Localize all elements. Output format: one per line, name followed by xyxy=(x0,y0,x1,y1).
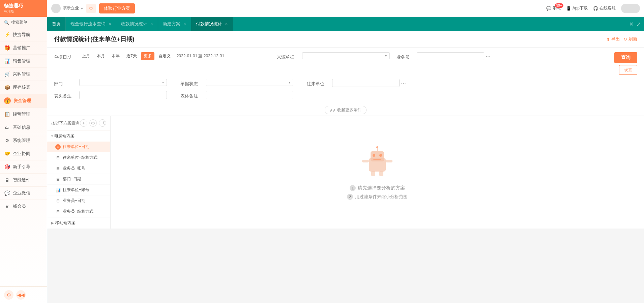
empty-hint-2: 2 用过滤条件来缩小分析范围 xyxy=(347,194,408,200)
scheme-collapse-btn[interactable]: 《 xyxy=(99,119,106,127)
refresh-btn[interactable]: ↻ 刷新 xyxy=(623,36,637,42)
sidebar-item-guide[interactable]: 🎯 新手引导 xyxy=(0,160,47,174)
below-filter: 按以下方案查询 + ⚙ 《 ▾ 电脑端方案 ● 往来单位+日期 ⊞ xyxy=(47,116,644,229)
scheme-panel: 按以下方案查询 + ⚙ 《 ▾ 电脑端方案 ● 往来单位+日期 ⊞ xyxy=(47,116,111,229)
sidebar-item-operation[interactable]: 📋 经营管理 xyxy=(0,108,47,121)
page-title: 付款情况统计(往来单位+日期) xyxy=(54,35,135,43)
collapse-sidebar-btn[interactable]: ◀◀ xyxy=(16,290,26,300)
add-scheme-btn[interactable]: + xyxy=(80,119,87,127)
scheme-counterpart-settlement[interactable]: ⊞ 往来单位+结算方式 xyxy=(47,152,110,163)
tab-receipt[interactable]: 收款情况统计 ✕ xyxy=(116,17,158,31)
header-remark-input[interactable] xyxy=(79,91,167,99)
desktop-section[interactable]: ▾ 电脑端方案 xyxy=(47,130,110,142)
date-this-year[interactable]: 本年 xyxy=(109,52,122,60)
scheme-salesperson-account[interactable]: ⊞ 业务员+账号 xyxy=(47,163,110,174)
active-scheme-icon: ● xyxy=(55,144,61,150)
sidebar-item-vip[interactable]: ∨ 畅会员 xyxy=(0,200,47,213)
scheme-counterpart-account[interactable]: 📊 往来单位+账号 xyxy=(47,185,110,195)
sidebar-item-purchase[interactable]: 🛒 采购管理 xyxy=(0,68,47,81)
company-dropdown-arrow[interactable]: ▾ xyxy=(81,6,83,11)
sidebar-item-sales[interactable]: 📊 销售管理 xyxy=(0,55,47,68)
topbar-gear-btn[interactable]: ⚙ xyxy=(86,4,96,13)
svg-rect-1 xyxy=(371,151,384,161)
sidebar-item-capital[interactable]: 💰 资金管理 xyxy=(0,94,47,108)
app-name: 畅捷通巧 xyxy=(4,3,23,9)
query-btn[interactable]: 查询 xyxy=(614,52,637,63)
search-menu-label: 搜索菜单 xyxy=(11,20,27,25)
tab-bank-label: 现金银行流水查询 xyxy=(70,21,106,27)
sidebar-item-label: 经营管理 xyxy=(13,111,30,117)
close-tab-btn[interactable]: ✕ xyxy=(629,21,634,27)
settings-bottom-btn[interactable]: ⚙ xyxy=(4,290,13,300)
scheme-settings-btn[interactable]: ⚙ xyxy=(89,119,97,127)
settings-btn[interactable]: 设置 xyxy=(619,65,637,75)
sidebar-item-hardware[interactable]: 🖥 智能硬件 xyxy=(0,174,47,187)
source-label: 来源单据 xyxy=(277,52,295,60)
sidebar-item-basic[interactable]: 🗂 基础信息 xyxy=(0,121,47,134)
tab-bank-close[interactable]: ✕ xyxy=(108,22,111,26)
export-btn[interactable]: ⬆ 导出 xyxy=(606,36,620,42)
content-area: 1 请先选择要分析的方案 2 用过滤条件来缩小分析范围 xyxy=(111,116,644,229)
tab-payment[interactable]: 付款情况统计 ✕ xyxy=(191,17,233,31)
sidebar-item-quick-nav[interactable]: ⚡ 快捷导航 xyxy=(0,28,47,41)
salesperson-dots[interactable]: ··· xyxy=(486,53,491,60)
date-last-7days[interactable]: 近7天 xyxy=(124,52,140,60)
date-this-month[interactable]: 本月 xyxy=(94,52,108,60)
sales-icon: 📊 xyxy=(4,58,10,64)
counterpart-dots[interactable]: ··· xyxy=(401,80,406,87)
sidebar-item-wechat[interactable]: 💬 企业微信 xyxy=(0,187,47,200)
user-avatar-right[interactable] xyxy=(621,4,640,13)
source-select[interactable]: ▾ xyxy=(302,52,390,59)
sidebar-item-label: 新手引导 xyxy=(13,164,30,170)
scheme-label: 往来单位+账号 xyxy=(63,187,89,193)
sidebar-item-label: 畅会员 xyxy=(13,203,26,209)
tab-payment-close[interactable]: ✕ xyxy=(225,22,228,26)
sidebar-item-label: 智能硬件 xyxy=(13,177,30,183)
service-label: 在线客服 xyxy=(599,5,616,11)
basic-icon: 🗂 xyxy=(4,124,10,130)
search-menu[interactable]: 🔍 搜索菜单 xyxy=(0,17,47,28)
scheme-grid-icon: ⊞ xyxy=(55,198,61,204)
date-custom[interactable]: 自定义 xyxy=(156,52,173,60)
tab-bank[interactable]: 现金银行流水查询 ✕ xyxy=(66,17,116,31)
tab-receipt-close[interactable]: ✕ xyxy=(150,22,153,26)
trial-btn[interactable]: 体验行业方案 xyxy=(99,3,135,13)
messages-btn[interactable]: 💬 消息 99+ xyxy=(546,5,561,11)
tab-receipt-label: 收款情况统计 xyxy=(121,21,147,27)
sidebar-item-inventory[interactable]: 📦 库存核算 xyxy=(0,81,47,94)
scheme-salesperson-settlement[interactable]: ⊞ 业务员+结算方式 xyxy=(47,206,110,217)
search-icon: 🔍 xyxy=(4,20,9,25)
service-btn[interactable]: 🎧 在线客服 xyxy=(593,5,616,11)
tab-home-label: 首页 xyxy=(52,21,61,27)
mobile-section[interactable]: ▶ 移动端方案 xyxy=(47,217,110,229)
scheme-dept-date[interactable]: ⊞ 部门+日期 xyxy=(47,174,110,185)
sidebar-item-system[interactable]: ⚙ 系统管理 xyxy=(0,134,47,147)
tab-new-scheme[interactable]: 新建方案 ✕ xyxy=(158,17,191,31)
maximize-tab-btn[interactable]: ⤢ xyxy=(636,21,641,27)
sidebar-item-enterprise[interactable]: 🤝 企业协同 xyxy=(0,147,47,160)
tab-new-scheme-close[interactable]: ✕ xyxy=(183,22,186,26)
sidebar-item-marketing[interactable]: 🎁 营销推广 xyxy=(0,41,47,55)
app-download-btn[interactable]: 📱 App下载 xyxy=(566,5,588,11)
counterpart-input[interactable] xyxy=(332,79,400,87)
svg-point-3 xyxy=(379,154,382,157)
body-remark-input[interactable] xyxy=(206,91,293,99)
date-last-month[interactable]: 上月 xyxy=(79,52,93,60)
collapse-btn[interactable]: ∧∧ 收起更多条件 xyxy=(325,106,367,114)
company-selector[interactable]: 演示企业 ▾ xyxy=(51,4,83,13)
dept-select[interactable]: ▾ xyxy=(79,79,167,86)
desktop-label: 电脑端方案 xyxy=(54,133,75,139)
doc-status-select[interactable]: ▾ xyxy=(206,79,293,86)
dept-select-arrow: ▾ xyxy=(162,81,164,84)
collapse-bar: ∧∧ 收起更多条件 xyxy=(54,103,637,114)
app-version: 标准版 xyxy=(4,9,23,14)
tab-home[interactable]: 首页 xyxy=(47,17,66,31)
date-more[interactable]: 更多 xyxy=(141,52,154,60)
scheme-label: 业务员+结算方式 xyxy=(63,209,93,214)
salesperson-input[interactable] xyxy=(417,52,484,60)
scheme-counterpart-date[interactable]: ● 往来单位+日期 xyxy=(47,142,110,152)
scheme-salesperson-date[interactable]: ⊞ 业务员+日期 xyxy=(47,195,110,206)
wechat-icon: 💬 xyxy=(4,190,10,196)
sidebar-item-label: 系统管理 xyxy=(13,138,30,144)
collapse-icon: ∧∧ xyxy=(330,108,336,113)
